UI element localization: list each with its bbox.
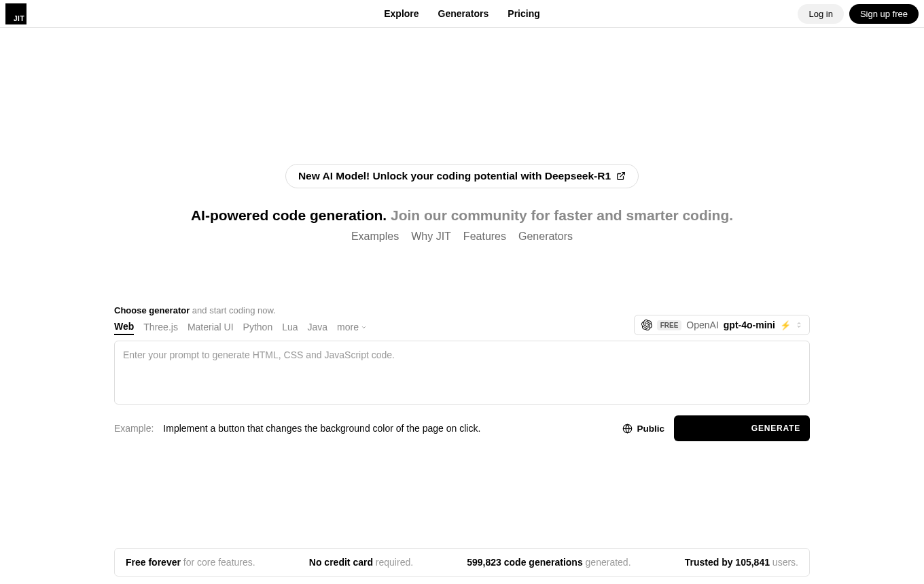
generator-block: Choose generator and start coding now. W…: [114, 305, 810, 441]
tab-python[interactable]: Python: [243, 322, 273, 334]
stat-users: Trusted by 105,841 users.: [685, 557, 798, 568]
choose-line: Choose generator and start coding now.: [114, 305, 367, 315]
stat-nocard: No credit card required.: [309, 557, 413, 568]
announcement-pill[interactable]: New AI Model! Unlock your coding potenti…: [285, 164, 639, 188]
model-name: gpt-4o-mini: [724, 320, 775, 330]
nav-pricing[interactable]: Pricing: [508, 8, 539, 19]
stat-gens: 599,823 code generations generated.: [467, 557, 630, 568]
choose-bold: Choose generator: [114, 305, 190, 315]
model-selector[interactable]: FREE OpenAI gpt-4o-mini ⚡: [634, 315, 810, 335]
stat-users-bold: Trusted by 105,841: [685, 557, 770, 568]
subnav-generators[interactable]: Generators: [518, 230, 573, 243]
external-link-icon: [616, 171, 626, 181]
choose-muted: and start coding now.: [190, 305, 275, 315]
stat-free-muted: for core features.: [181, 557, 255, 568]
logo[interactable]: JIT: [5, 3, 26, 24]
stat-gens-bold: 599,823 code generations: [467, 557, 582, 568]
headline-muted: Join our community for faster and smarte…: [391, 207, 733, 223]
stats-bar: Free forever for core features. No credi…: [114, 548, 810, 577]
tab-lua[interactable]: Lua: [282, 322, 298, 334]
visibility-toggle[interactable]: Public: [622, 424, 664, 434]
nav-generators[interactable]: Generators: [438, 8, 489, 19]
stat-nocard-muted: required.: [373, 557, 413, 568]
visibility-label: Public: [637, 424, 664, 434]
subnav-why[interactable]: Why JIT: [411, 230, 451, 243]
generator-left-col: Choose generator and start coding now. W…: [114, 305, 367, 335]
generator-tabs: Web Three.js Material UI Python Lua Java…: [114, 321, 367, 335]
chevron-down-icon: [361, 324, 367, 330]
generator-top-row: Choose generator and start coding now. W…: [114, 305, 810, 335]
stat-free: Free forever for core features.: [126, 557, 255, 568]
subnav-features[interactable]: Features: [463, 230, 506, 243]
headline-main: AI-powered code generation.: [191, 207, 387, 223]
nav-right: Log in Sign up free: [798, 4, 919, 24]
announcement-text: New AI Model! Unlock your coding potenti…: [298, 170, 611, 182]
chevron-up-down-icon: [796, 322, 802, 328]
tab-threejs[interactable]: Three.js: [143, 322, 178, 334]
stat-free-bold: Free forever: [126, 557, 181, 568]
bolt-icon: ⚡: [780, 320, 791, 330]
tab-more[interactable]: more: [337, 322, 367, 334]
openai-icon: [641, 320, 652, 330]
prompt-input[interactable]: [114, 341, 810, 405]
free-badge: FREE: [657, 320, 682, 330]
subnav: Examples Why JIT Features Generators: [114, 230, 810, 243]
headline: AI-powered code generation. Join our com…: [114, 207, 810, 224]
stat-users-muted: users.: [770, 557, 798, 568]
stat-gens-muted: generated.: [583, 557, 631, 568]
stat-nocard-bold: No credit card: [309, 557, 373, 568]
globe-icon: [622, 424, 633, 434]
tab-java[interactable]: Java: [308, 322, 328, 334]
tab-more-label: more: [337, 322, 359, 332]
tab-materialui[interactable]: Material UI: [188, 322, 234, 334]
svg-line-0: [620, 173, 624, 177]
hero: New AI Model! Unlock your coding potenti…: [114, 164, 810, 243]
below-row: Example: Implement a button that changes…: [114, 415, 810, 441]
main: New AI Model! Unlock your coding potenti…: [114, 164, 810, 441]
tab-web[interactable]: Web: [114, 321, 134, 335]
signup-button[interactable]: Sign up free: [849, 4, 919, 24]
nav-center: Explore Generators Pricing: [384, 8, 540, 19]
login-button[interactable]: Log in: [798, 4, 843, 24]
model-provider: OpenAI: [686, 320, 718, 330]
nav-explore[interactable]: Explore: [384, 8, 419, 19]
example-text[interactable]: Implement a button that changes the back…: [163, 423, 480, 434]
example-label: Example:: [114, 423, 154, 434]
subnav-examples[interactable]: Examples: [351, 230, 399, 243]
generate-button[interactable]: GENERATE: [674, 415, 810, 441]
header: JIT Explore Generators Pricing Log in Si…: [0, 0, 924, 28]
